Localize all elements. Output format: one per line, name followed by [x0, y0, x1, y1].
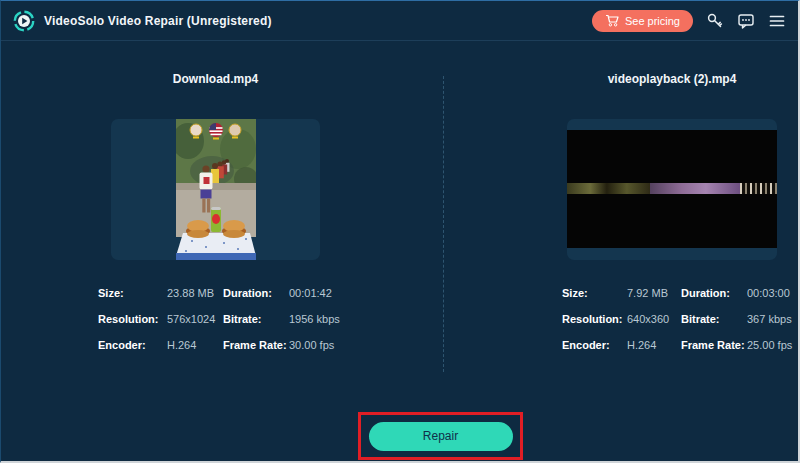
meta-value: H.264: [627, 339, 681, 351]
repair-button[interactable]: Repair: [369, 422, 513, 451]
meta-value: 25.00 fps: [747, 339, 792, 351]
meta-value: 367 kbps: [747, 313, 792, 325]
meta-value: H.264: [167, 339, 223, 351]
meta-value: 1956 kbps: [289, 313, 340, 325]
app-logo-icon: [13, 10, 35, 32]
feedback-chat-icon[interactable]: [737, 12, 755, 30]
meta-label: Frame Rate:: [681, 339, 747, 351]
corrupted-frame-glitch: [567, 183, 777, 194]
meta-value: 00:03:00: [747, 287, 792, 299]
main-content: Download.mp4: [1, 42, 797, 462]
left-video-metadata: Size: 23.88 MB Duration: 00:01:42 Resolu…: [98, 280, 340, 358]
meta-value: 00:01:42: [289, 287, 340, 299]
meta-label: Resolution:: [98, 313, 167, 325]
meta-label: Size:: [98, 287, 167, 299]
meta-label: Resolution:: [562, 313, 627, 325]
meta-value: 7.92 MB: [627, 287, 681, 299]
meta-label: Duration:: [223, 287, 289, 299]
meta-label: Duration:: [681, 287, 747, 299]
left-video-thumbnail[interactable]: [176, 119, 256, 260]
titlebar-actions: See pricing: [592, 10, 786, 32]
glitch-segment: [650, 183, 740, 194]
menu-icon[interactable]: [768, 12, 786, 30]
meta-label: Encoder:: [562, 339, 627, 351]
panel-divider: [443, 76, 444, 372]
glitch-segment: [740, 183, 777, 194]
left-video-filename: Download.mp4: [111, 72, 320, 88]
app-window: VideoSolo Video Repair (Unregistered) Se…: [0, 0, 800, 463]
right-video-thumbnail[interactable]: [567, 130, 777, 248]
repair-highlight-box: Repair: [358, 412, 523, 460]
app-title: VideoSolo Video Repair (Unregistered): [44, 14, 272, 28]
meta-value: 30.00 fps: [289, 339, 340, 351]
meta-label: Encoder:: [98, 339, 167, 351]
right-video-metadata: Size: 7.92 MB Duration: 00:03:00 Resolut…: [562, 280, 792, 358]
meta-value: 640x360: [627, 313, 681, 325]
meta-label: Frame Rate:: [223, 339, 289, 351]
meta-label: Bitrate:: [223, 313, 289, 325]
meta-value: 23.88 MB: [167, 287, 223, 299]
glitch-segment: [567, 183, 650, 194]
meta-value: 576x1024: [167, 313, 223, 325]
register-key-icon[interactable]: [706, 12, 724, 30]
meta-label: Bitrate:: [681, 313, 747, 325]
cart-icon: [605, 14, 619, 27]
titlebar: VideoSolo Video Repair (Unregistered) Se…: [1, 1, 798, 41]
right-video-filename: videoplayback (2).mp4: [567, 72, 777, 88]
left-thumbnail-scene: [176, 119, 256, 260]
meta-label: Size:: [562, 287, 627, 299]
see-pricing-label: See pricing: [625, 15, 680, 27]
see-pricing-button[interactable]: See pricing: [592, 10, 693, 32]
